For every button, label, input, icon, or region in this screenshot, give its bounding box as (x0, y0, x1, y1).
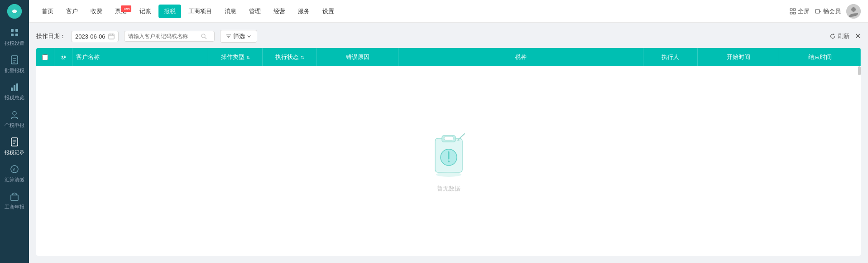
topnav-items: 首页 客户 收费 票据 new 记账 报税 工商项目 消息 管理 经营 服务 设… (36, 5, 790, 18)
baoshui-jilu-icon (8, 136, 21, 148)
search-icon (201, 33, 207, 39)
th-gear[interactable] (54, 48, 72, 66)
logo-icon (7, 4, 22, 19)
svg-point-12 (13, 112, 16, 115)
gongshang-nianbao-icon (8, 190, 21, 203)
svg-point-47 (436, 172, 461, 177)
page-content: 操作日期： 2023-06-06 (29, 23, 868, 263)
svg-rect-4 (15, 34, 18, 36)
topnav-item-customer[interactable]: 客户 (61, 5, 83, 18)
svg-point-44 (448, 161, 450, 162)
topnav-item-home[interactable]: 首页 (36, 5, 59, 18)
table-body: 暂无数据 (36, 66, 861, 256)
gear-icon (60, 54, 67, 60)
topnav-item-shoufei[interactable]: 收费 (85, 5, 108, 18)
svg-rect-20 (790, 9, 792, 10)
svg-rect-2 (15, 29, 18, 32)
calendar-icon (108, 33, 115, 39)
svg-rect-3 (11, 34, 14, 36)
member-button[interactable]: 畅会员 (815, 7, 841, 15)
svg-point-38 (61, 55, 66, 59)
baoshui-zongshu-icon (8, 81, 21, 93)
svg-line-45 (459, 134, 465, 139)
sidebar-item-huisuan-jiaona-label: 汇算清缴 (5, 177, 24, 183)
table-scrollbar[interactable] (858, 66, 861, 75)
exec-status-sort-icon: ⇅ (301, 55, 304, 60)
th-end-time: 结束时间 (779, 48, 861, 66)
refresh-button[interactable]: 刷新 (830, 32, 849, 40)
sidebar-item-baoshui-jilu[interactable]: 报税记录 (0, 132, 29, 159)
date-picker[interactable]: 2023-06-06 (71, 31, 119, 42)
svg-rect-11 (16, 83, 18, 91)
close-button[interactable]: ✕ (855, 33, 861, 40)
topnav-item-baoshui[interactable]: 报税 (158, 5, 181, 18)
sidebar-item-piliang-baoshui[interactable]: 批量报税 (0, 50, 29, 77)
th-start-time: 开始时间 (698, 48, 779, 66)
topnav-item-fuwu[interactable]: 服务 (293, 5, 315, 18)
svg-rect-23 (793, 12, 796, 14)
svg-rect-21 (793, 9, 796, 10)
svg-point-32 (201, 34, 205, 38)
baoshui-shezhi-icon (8, 26, 21, 39)
svg-marker-25 (820, 10, 821, 12)
sidebar-item-baoshui-jilu-label: 报税记录 (5, 150, 24, 156)
refresh-icon (830, 33, 836, 39)
svg-rect-28 (109, 34, 114, 39)
topnav-right: 全屏 畅会员 (790, 4, 861, 19)
search-box[interactable] (124, 31, 215, 42)
member-label: 畅会员 (823, 7, 841, 15)
table-header: 客户名称 操作类型 ⇅ 执行状态 ⇅ 错误原因 税种 执行人 (36, 48, 861, 66)
topnav-item-piaoju[interactable]: 票据 new (110, 5, 132, 18)
svg-rect-24 (815, 10, 820, 13)
new-badge-piaoju: new (121, 5, 131, 12)
sidebar-item-baoshui-shezhi[interactable]: 报税设置 (0, 23, 29, 50)
sidebar-item-gongshang-nianbao-label: 工商年报 (5, 204, 24, 210)
sidebar-item-geshui-shenbao[interactable]: 个税申报 (0, 105, 29, 132)
user-avatar[interactable] (846, 4, 861, 19)
search-input[interactable] (128, 33, 201, 39)
topnav-item-jizhang[interactable]: 记账 (134, 5, 157, 18)
refresh-label: 刷新 (838, 32, 849, 40)
svg-rect-1 (11, 29, 14, 32)
th-error-reason: 错误原因 (317, 48, 398, 66)
op-type-sort-icon: ⇅ (246, 55, 250, 60)
svg-rect-5 (11, 56, 18, 64)
th-tax-type: 税种 (398, 48, 643, 66)
filter-button[interactable]: 筛选 (220, 30, 257, 43)
filter-label: 筛选 (233, 32, 245, 40)
empty-text: 暂无数据 (437, 185, 460, 193)
empty-illustration (426, 129, 471, 179)
sidebar-item-baoshui-zongshu[interactable]: 报税总览 (0, 77, 29, 104)
chevron-down-icon (247, 34, 251, 39)
main-content: 首页 客户 收费 票据 new 记账 报税 工商项目 消息 管理 经营 服务 设… (29, 0, 868, 263)
th-client-name: 客户名称 (72, 48, 208, 66)
filter-icon (226, 34, 231, 39)
topnav-item-xiaoxi[interactable]: 消息 (219, 5, 242, 18)
svg-point-37 (62, 56, 64, 58)
sidebar-item-gongshang-nianbao[interactable]: 工商年报 (0, 186, 29, 214)
date-value: 2023-06-06 (75, 33, 106, 40)
svg-rect-19 (11, 195, 18, 200)
topnav-item-gongshang[interactable]: 工商项目 (183, 5, 217, 18)
svg-rect-22 (790, 12, 792, 14)
sidebar-item-baoshui-shezhi-label: 报税设置 (5, 40, 24, 46)
topnav-item-jingying[interactable]: 经营 (268, 5, 291, 18)
svg-rect-10 (14, 85, 15, 91)
fullscreen-button[interactable]: 全屏 (790, 7, 810, 15)
topnav-item-shezhi[interactable]: 设置 (317, 5, 340, 18)
video-icon (815, 8, 821, 15)
topnav-item-guanli[interactable]: 管理 (244, 5, 266, 18)
sidebar-item-geshui-shenbao-label: 个税申报 (5, 122, 24, 128)
svg-text:¥: ¥ (12, 167, 15, 172)
th-checkbox[interactable] (36, 48, 54, 66)
fullscreen-icon (790, 8, 796, 15)
sidebar-item-baoshui-zongshu-label: 报税总览 (5, 95, 24, 101)
huisuan-jiaona-icon: ¥ (8, 163, 21, 175)
svg-line-33 (205, 37, 206, 39)
sidebar-item-huisuan-jiaona[interactable]: ¥ 汇算清缴 (0, 159, 29, 186)
svg-rect-9 (11, 88, 13, 91)
svg-point-27 (851, 7, 856, 12)
sidebar-item-piliang-baoshui-label: 批量报税 (5, 68, 24, 73)
th-executor: 执行人 (643, 48, 698, 66)
select-all-checkbox[interactable] (42, 54, 48, 60)
